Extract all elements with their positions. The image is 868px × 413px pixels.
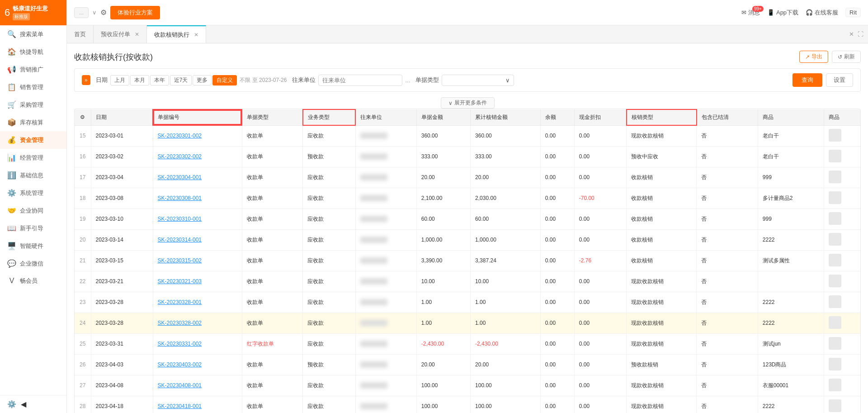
cell-bill-no[interactable]: SK-20230403-002 (153, 354, 242, 375)
industry-solution-button[interactable]: 体验行业方案 (110, 6, 160, 19)
export-button[interactable]: ↗ 导出 (799, 51, 828, 63)
bill-type-select[interactable]: ∨ (442, 75, 514, 86)
cell-bill-no[interactable]: SK-20230408-001 (153, 375, 242, 396)
cell-discount: 0.00 (574, 209, 627, 229)
cell-product-img (824, 375, 860, 396)
cell-bill-no[interactable]: SK-20230304-001 (153, 167, 242, 188)
cell-bill-no[interactable]: SK-20230310-001 (153, 209, 242, 229)
topbar-gear-icon[interactable]: ⚙ (100, 8, 107, 17)
cell-amount: 20.00 (416, 354, 470, 375)
query-button[interactable]: 查询 (793, 73, 822, 87)
sidebar-item-hardware[interactable]: 🖥️ 智能硬件 (0, 237, 66, 255)
date-custom-btn[interactable]: 自定义 (212, 75, 237, 85)
cell-bill-no[interactable]: SK-20230328-001 (153, 292, 242, 313)
cell-product: 测试jun (758, 333, 824, 354)
cell-bill-type: 收款单 (242, 375, 303, 396)
cell-bill-no[interactable]: SK-20230302-002 (153, 146, 242, 167)
sidebar-item-basic[interactable]: ℹ️ 基础信息 (0, 166, 66, 184)
cell-biz-type: 预收款 (303, 354, 355, 375)
cell-num: 18 (75, 188, 91, 209)
sidebar-item-wechat[interactable]: 💬 企业微信 (0, 255, 66, 272)
cell-amount: 20.00 (416, 167, 470, 188)
cell-bill-no[interactable]: SK-20230328-002 (153, 313, 242, 333)
cell-bill-no[interactable]: SK-20230314-001 (153, 229, 242, 250)
topbar-right: ✉ 消息 99+ 📱 App下载 🎧 在线客服 Rit (741, 8, 861, 17)
expand-more-button[interactable]: ∨ 展开更多条件 (441, 97, 495, 109)
date-this-month-btn[interactable]: 本月 (130, 75, 149, 85)
tabbar: 首页 预收应付单 ✕ 收款核销执行 ✕ ✕ ⛶ (67, 25, 868, 43)
tab-home[interactable]: 首页 (67, 25, 94, 43)
cell-date: 2023-04-03 (91, 354, 153, 375)
footer-collapse-icon[interactable]: ◀ (21, 400, 26, 408)
sidebar-label-finance: 资金管理 (20, 136, 43, 144)
cell-cancel-type: 现款收款核销 (627, 375, 697, 396)
cell-product: 2222 (758, 396, 824, 413)
cell-amount: 360.00 (416, 125, 470, 146)
cell-cancel-type: 现款收款核销 (627, 396, 697, 413)
app-download-label: App下载 (776, 9, 798, 17)
cell-include-settled: 否 (697, 333, 758, 354)
cell-bill-no[interactable]: SK-20230301-002 (153, 125, 242, 146)
cell-bill-type: 收款单 (242, 396, 303, 413)
footer-settings-icon[interactable]: ⚙️ (7, 400, 16, 408)
sidebar-item-member[interactable]: V 畅会员 (0, 272, 66, 290)
sidebar-footer: ⚙️ ◀ (0, 395, 66, 413)
cell-bill-type: 收款单 (242, 188, 303, 209)
app-download-button[interactable]: 📱 App下载 (767, 9, 798, 17)
sidebar-item-purchase[interactable]: 🛒 采购管理 (0, 96, 66, 114)
settings-button[interactable]: 设置 (826, 73, 853, 87)
cell-balance: 0.00 (540, 209, 574, 229)
sidebar-item-marketing[interactable]: 📢 营销推广 (0, 61, 66, 78)
tab-prepay-close-icon[interactable]: ✕ (135, 31, 139, 38)
counterpart-input[interactable] (318, 75, 402, 86)
date-last-month-btn[interactable]: 上月 (110, 75, 129, 85)
sidebar-item-operations[interactable]: 📊 经营管理 (0, 149, 66, 166)
tab-close-all-icon[interactable]: ✕ (849, 31, 854, 38)
cell-discount: -70.00 (574, 188, 627, 209)
cell-date: 2023-03-15 (91, 250, 153, 271)
cell-cancel-type: 收款核销 (627, 188, 697, 209)
tab-prepay[interactable]: 预收应付单 ✕ (94, 25, 147, 43)
sidebar-item-system[interactable]: ⚙️ 系统管理 (0, 184, 66, 202)
cell-num: 17 (75, 167, 91, 188)
col-header-discount: 现金折扣 (574, 109, 627, 125)
sidebar-item-sales[interactable]: 📋 销售管理 (0, 78, 66, 96)
sidebar-item-quicknav[interactable]: 🏠 快捷导航 (0, 43, 66, 61)
date-more-btn[interactable]: 更多 (193, 75, 212, 85)
page-title-actions: ↗ 导出 ↺ 刷新 (799, 51, 861, 63)
filter-expand-button[interactable]: » (82, 75, 90, 85)
sidebar-item-guide[interactable]: 📖 新手引导 (0, 219, 66, 237)
refresh-button[interactable]: ↺ 刷新 (832, 51, 861, 63)
chevron-down-icon: ∨ (448, 100, 453, 106)
cell-date: 2023-03-14 (91, 229, 153, 250)
tab-receipt[interactable]: 收款核销执行 ✕ (147, 25, 206, 43)
cell-biz-type: 应收款 (303, 375, 355, 396)
sidebar-item-company[interactable]: 🤝 企业协同 (0, 202, 66, 219)
date-this-year-btn[interactable]: 本年 (150, 75, 169, 85)
message-button[interactable]: ✉ 消息 99+ (741, 9, 760, 17)
cell-product: 2222 (758, 229, 824, 250)
sidebar-item-search[interactable]: 🔍 搜索菜单 (0, 25, 66, 43)
cell-bill-no[interactable]: SK-20230331-002 (153, 333, 242, 354)
sidebar-item-inventory[interactable]: 📦 库存核算 (0, 114, 66, 131)
sidebar-item-finance[interactable]: 💰 资金管理 (0, 131, 66, 149)
cell-bill-no[interactable]: SK-20230308-001 (153, 188, 242, 209)
cell-product: 999 (758, 167, 824, 188)
date-filter-group: 日期 上月 本月 本年 近7天 更多 自定义 不限 至 2023-07-26 (96, 75, 287, 85)
cell-cancel-type: 收款核销 (627, 229, 697, 250)
member-icon: V (7, 277, 16, 285)
col-header-gear[interactable]: ⚙ (75, 109, 91, 125)
tab-receipt-close-icon[interactable]: ✕ (194, 32, 198, 38)
cell-product-img (824, 396, 860, 413)
tab-expand-icon[interactable]: ⛶ (858, 31, 863, 38)
col-header-counterpart: 往来单位 (355, 109, 416, 125)
cell-bill-no[interactable]: SK-20230315-002 (153, 250, 242, 271)
user-area[interactable]: Rit (845, 8, 861, 17)
online-service-button[interactable]: 🎧 在线客服 (806, 9, 838, 17)
cell-bill-no[interactable]: SK-20230321-003 (153, 271, 242, 292)
cell-bill-type: 收款单 (242, 125, 303, 146)
cell-bill-no[interactable]: SK-20230418-001 (153, 396, 242, 413)
date-7days-btn[interactable]: 近7天 (170, 75, 192, 85)
cell-cum-cancel: 333.00 (471, 146, 541, 167)
tab-spacer (206, 25, 844, 43)
